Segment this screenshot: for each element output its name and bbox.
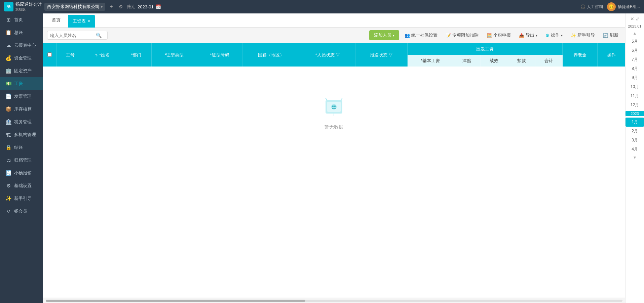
period-month-5[interactable]: 5月	[626, 37, 644, 46]
service-label: 人工咨询	[587, 4, 603, 10]
inventory-icon: 📦	[5, 106, 11, 112]
tab-salary[interactable]: 工资表 ×	[68, 15, 95, 28]
sidebar-item-salary[interactable]: 💵 工资	[0, 77, 43, 90]
tab-home[interactable]: 首页	[47, 13, 65, 28]
sidebar-label-basic-settings: 基础设置	[14, 183, 32, 189]
filter-icon[interactable]: ▽	[336, 52, 340, 57]
tax-icon: 🏦	[5, 119, 11, 125]
refresh-button[interactable]: 🔄 刷新	[600, 31, 621, 40]
user-area[interactable]: 😊 畅捷通B组...	[607, 2, 640, 11]
expense-icon: 🧾	[5, 170, 11, 176]
export-button[interactable]: 📤 导出 ▾	[516, 31, 540, 40]
sidebar-label-inventory: 库存核算	[14, 106, 32, 112]
th-name: ⇅ *姓名	[84, 43, 121, 67]
sidebar-item-ledger[interactable]: 📋 总账	[0, 26, 43, 39]
period-scroll-down[interactable]: ▼	[626, 154, 644, 161]
sidebar-item-member[interactable]: V 畅会员	[0, 205, 43, 218]
guide-button[interactable]: ✨ 新手引导	[568, 31, 598, 40]
th-checkbox[interactable]	[43, 43, 56, 67]
tab-close-button[interactable]: ×	[88, 19, 90, 24]
period-month-2023-1[interactable]: 1月	[626, 118, 644, 127]
tab-bar: 首页 工资表 ×	[43, 13, 625, 28]
period-month-10[interactable]: 10月	[626, 82, 644, 91]
home-icon: ⊞	[5, 17, 11, 23]
multi-org-icon: 🏗	[5, 132, 11, 138]
period-month-2023-4[interactable]: 4月	[626, 145, 644, 154]
th-deduction: 扣款	[508, 55, 535, 67]
period-month-12[interactable]: 12月	[626, 100, 644, 110]
refresh-icon: 🔄	[603, 33, 608, 38]
panel-expand-button[interactable]: ⤢	[636, 16, 640, 21]
period-month-9[interactable]: 9月	[626, 73, 644, 82]
search-wrapper: 🔍	[47, 31, 108, 40]
refresh-label: 刷新	[610, 32, 618, 38]
add-company-button[interactable]: +	[108, 3, 115, 10]
sidebar-label-salary: 工资	[14, 81, 23, 87]
header-left: 畅 畅应通好会计 旗舰版 西安虾米网络科技有限公司 ▾ + ⚙ 账期 2023-…	[4, 2, 161, 12]
period-month-8[interactable]: 8月	[626, 64, 644, 73]
sidebar-item-multi-org[interactable]: 🏗 多机构管理	[0, 128, 43, 141]
add-person-chevron-icon: ▾	[393, 34, 394, 37]
guide-label: 新手引导	[577, 32, 595, 38]
sidebar-label-tax: 税务管理	[14, 119, 32, 125]
header-right: 🎧 人工咨询 😊 畅捷通B组...	[580, 2, 640, 11]
operations-chevron-icon: ▾	[561, 34, 563, 37]
user-name: 畅捷通B组...	[618, 4, 640, 10]
operations-icon: ⚙	[545, 33, 550, 38]
sidebar-item-fixed-assets[interactable]: 🏢 固定资产	[0, 64, 43, 77]
sidebar-label-fixed-assets: 固定资产	[14, 68, 32, 74]
sidebar-item-cloud-reports[interactable]: ☁ 云报表中心	[0, 39, 43, 52]
social-setting-icon: 👥	[405, 33, 410, 38]
sidebar-item-archive[interactable]: 🗂 归档管理	[0, 154, 43, 167]
table-body: 暂无数据	[43, 67, 625, 157]
period-month-11[interactable]: 11月	[626, 91, 644, 100]
period-month-2023-2[interactable]: 2月	[626, 127, 644, 136]
basic-settings-icon: ⚙	[5, 183, 11, 189]
svg-line-5	[326, 98, 327, 100]
th-employee-no: 工号	[56, 43, 84, 67]
cloud-icon: ☁	[5, 42, 11, 48]
period-scroll-up[interactable]: ▲	[626, 30, 644, 37]
sidebar-item-invoice[interactable]: 📄 发票管理	[0, 90, 43, 103]
invoice-icon: 📄	[5, 93, 11, 99]
sidebar-label-home: 首页	[14, 17, 23, 23]
sidebar-item-basic-settings[interactable]: ⚙ 基础设置	[0, 179, 43, 192]
period-month-6[interactable]: 6月	[626, 46, 644, 55]
main-layout: ⊞ 首页 📋 总账 ☁ 云报表中心 💰 资金管理 🏢 固定资产 💵 工资 📄 发…	[0, 13, 644, 303]
scroll-thumb[interactable]	[46, 300, 305, 302]
sidebar-label-close-account: 结账	[14, 144, 23, 150]
tax-declaration-button[interactable]: 🧮 个税申报	[484, 31, 514, 40]
service-button[interactable]: 🎧 人工咨询	[580, 4, 603, 10]
export-label: 导出	[526, 32, 534, 38]
svg-line-6	[341, 98, 342, 100]
panel-close-button[interactable]: ✕	[630, 16, 634, 21]
add-person-button[interactable]: 添加人员 ▾	[369, 30, 399, 40]
sidebar-item-close-account[interactable]: 🔒 结账	[0, 141, 43, 154]
th-allowance: 津贴	[453, 55, 480, 67]
top-header: 畅 畅应通好会计 旗舰版 西安虾米网络科技有限公司 ▾ + ⚙ 账期 2023-…	[0, 0, 644, 13]
empty-state: 暂无数据	[43, 67, 625, 157]
special-deduction-button[interactable]: 📝 专项附加扣除	[443, 31, 481, 40]
social-setting-button[interactable]: 👥 统一社保设置	[402, 31, 440, 40]
th-id-type: *证型类型	[151, 43, 197, 67]
tab-home-label: 首页	[52, 17, 61, 23]
sidebar-item-fund-management[interactable]: 💰 资金管理	[0, 52, 43, 64]
scroll-bar-area	[43, 298, 625, 303]
settings-icon[interactable]: ⚙	[117, 3, 124, 10]
period-month-7[interactable]: 7月	[626, 55, 644, 64]
calendar-icon[interactable]: 📅	[156, 4, 161, 9]
sidebar-item-tax[interactable]: 🏦 税务管理	[0, 116, 43, 128]
add-person-label: 添加人员	[374, 32, 391, 38]
sidebar-item-inventory[interactable]: 📦 库存核算	[0, 103, 43, 116]
sidebar-item-guide[interactable]: ✨ 新手引导	[0, 192, 43, 205]
more-operations-button[interactable]: ⚙ 操作 ▾	[543, 31, 565, 40]
company-selector[interactable]: 西安虾米网络科技有限公司 ▾	[44, 3, 105, 11]
report-filter-icon[interactable]: ▽	[388, 52, 393, 57]
tab-salary-label: 工资表	[73, 18, 86, 24]
table-container: 工号 ⇅ *姓名 *部门 *证型类型 *证型号码 国籍（地区） *人员状态 ▽ …	[43, 43, 625, 298]
period-month-2023-3[interactable]: 3月	[626, 136, 644, 145]
sidebar-item-home[interactable]: ⊞ 首页	[0, 13, 43, 26]
select-all-checkbox[interactable]	[47, 52, 52, 57]
search-input[interactable]	[50, 33, 94, 38]
sidebar-item-expense[interactable]: 🧾 小畅报销	[0, 167, 43, 179]
